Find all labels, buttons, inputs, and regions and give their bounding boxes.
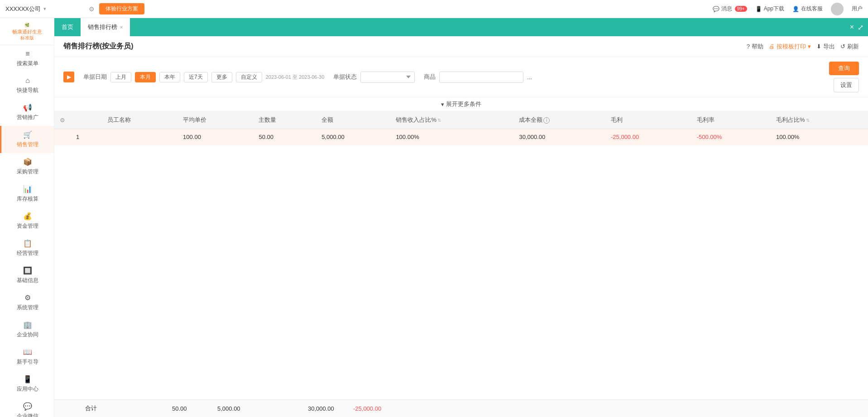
goods-more-button[interactable]: ... [527,74,532,81]
sidebar-item-quicknav-label: 快捷导航 [17,86,38,94]
avatar[interactable] [831,3,844,15]
tab-bar-right: × ⤢ [850,23,868,32]
help-button[interactable]: ? 帮助 [747,43,763,51]
sidebar-item-finance[interactable]: 💰 资金管理 [0,207,54,235]
top-bar: XXXXXX公司 ▾ ⚙ 体验行业方案 💬 消息 99+ 📱 App下载 👤 在… [0,0,868,18]
goods-filter-label: 商品 [424,73,436,81]
column-gross-profit-pct[interactable]: 毛利占比%⇅ [771,111,868,129]
sidebar-item-search[interactable]: ≡ 搜索菜单 [0,45,54,72]
column-settings[interactable]: ⚙ [54,111,71,129]
tab-close-all-icon[interactable]: × [850,23,854,31]
sidebar-item-search-label: 搜索菜单 [17,60,38,67]
help-label: 帮助 [752,43,763,51]
settings-gear-icon[interactable]: ⚙ [89,5,95,13]
finance-icon: 💰 [23,212,32,220]
column-avg-price: 平均单价 [177,111,253,129]
guide-icon: 📖 [23,348,32,356]
status-filter-group: 单据状态 [333,72,415,83]
company-chevron: ▾ [43,6,46,12]
data-table-container: ⚙ 员工名称 平均单价 主数量 全额 销售收入占比%⇅ 成本全额i 毛利 毛利率… [54,111,868,399]
enterprise-icon: 🏢 [23,321,32,329]
row-staff-name-cell [102,129,177,145]
export-button[interactable]: ⬇ 导出 [816,43,835,51]
system-icon: ⚙ [24,293,31,302]
date-filter-group: 单据日期 上月 本月 本年 近7天 更多 自定义 2023-06-01 至 20… [83,72,324,82]
row-gross-profit-cell: -25,000.00 [605,129,691,145]
message-badge: 99+ [735,6,747,12]
print-chevron-icon: ▾ [808,43,811,50]
column-staff-name: 员工名称 [102,111,177,129]
page-header: 销售排行榜(按业务员) ? 帮助 🖨 按模板打印 ▾ ⬇ 导出 [54,36,868,57]
company-selector[interactable]: XXXXXX公司 ▾ [5,5,87,13]
date-option-this-month[interactable]: 本月 [135,72,156,82]
sidebar-item-basic-info[interactable]: 🔲 基础信息 [0,262,54,289]
tab-sales-ranking[interactable]: 销售排行榜 × [81,18,130,36]
search-button[interactable]: 查询 [829,62,859,75]
app-download-button[interactable]: 📱 App下载 [755,5,784,13]
status-filter-select[interactable] [360,72,415,83]
app-download-label: App下载 [764,5,784,13]
inventory-icon: 📊 [23,185,32,193]
footer-amount: 5,000.00 [212,405,257,412]
sidebar: 🌿 畅康通好生意 标准版 ≡ 搜索菜单 ⌂ 快捷导航 📢 营销推广 🛒 销售管理… [0,18,54,417]
date-option-last-month[interactable]: 上月 [110,72,131,82]
sidebar-item-basic-info-label: 基础信息 [17,277,38,284]
tab-sales-ranking-label: 销售排行榜 [88,23,117,31]
app-download-icon: 📱 [755,6,762,12]
sort-icon-gross-pct: ⇅ [806,118,810,123]
footer-cost-amount: 30,000.00 [302,405,348,412]
column-sales-pct[interactable]: 销售收入占比%⇅ [390,111,513,129]
sidebar-item-quicknav[interactable]: ⌂ 快捷导航 [0,72,54,99]
sidebar-item-app-center[interactable]: 📱 应用中心 [0,370,54,398]
sidebar-item-app-center-label: 应用中心 [17,385,38,393]
date-option-this-year[interactable]: 本年 [159,72,180,82]
row-avg-price-cell: 100.00 [177,129,253,145]
export-icon: ⬇ [816,43,821,50]
sidebar-item-wechat[interactable]: 💬 企业微信 [0,398,54,417]
refresh-button[interactable]: ↺ 刷新 [840,43,859,51]
filter-settings-button[interactable]: 设置 [834,78,859,92]
sales-icon: 🛒 [23,130,32,139]
page-title: 销售排行榜(按业务员) [63,42,134,57]
online-service-button[interactable]: 👤 在线客服 [792,5,823,13]
home-icon: ⌂ [25,77,30,85]
row-rank-cell: 1 [71,129,102,145]
chevron-down-icon: ▾ [441,101,444,108]
search-menu-icon: ≡ [25,50,29,58]
footer-total-label: 合计 [85,404,121,412]
tab-home[interactable]: 首页 [54,18,81,36]
info-icon-cost[interactable]: i [543,117,550,124]
logo-icon: 🌿 [20,22,34,29]
column-amount: 全额 [316,111,390,129]
content-area: 首页 销售排行榜 × × ⤢ 销售排行榜(按业务员) ? 帮助 [54,18,868,417]
sidebar-item-operations-label: 经营管理 [17,249,38,257]
expand-more-conditions-button[interactable]: ▾ 展开更多条件 [441,100,481,108]
sidebar-item-sales[interactable]: 🛒 销售管理 [0,126,54,153]
goods-filter-group: 商品 ... [424,72,532,83]
template-print-button[interactable]: 🖨 按模板打印 ▾ [769,43,811,51]
tab-fullscreen-icon[interactable]: ⤢ [858,23,863,32]
sidebar-item-inventory[interactable]: 📊 库存核算 [0,180,54,207]
date-option-more[interactable]: 更多 [211,72,232,82]
sidebar-item-purchase[interactable]: 📦 采购管理 [0,153,54,180]
sidebar-item-operations[interactable]: 📋 经营管理 [0,235,54,262]
date-option-last-7days[interactable]: 近7天 [184,72,208,82]
filter-expand-arrow[interactable]: ▶ [63,72,74,82]
tab-close-icon[interactable]: × [120,24,123,30]
sidebar-item-sales-label: 销售管理 [17,141,38,149]
sidebar-item-enterprise[interactable]: 🏢 企业协同 [0,316,54,343]
app-center-icon: 📱 [23,375,32,383]
help-icon: ? [747,43,750,50]
column-main-qty: 主数量 [253,111,316,129]
operations-icon: 📋 [23,239,32,248]
trial-button[interactable]: 体验行业方案 [99,3,144,14]
message-button[interactable]: 💬 消息 99+ [713,5,747,13]
logo-text-line2: 标准版 [20,35,34,41]
sidebar-logo: 🌿 畅康通好生意 标准版 [0,18,54,45]
svg-text:🌿: 🌿 [25,23,29,27]
sidebar-item-marketing[interactable]: 📢 营销推广 [0,99,54,126]
sidebar-item-system[interactable]: ⚙ 系统管理 [0,289,54,316]
goods-filter-input[interactable] [439,72,523,83]
date-option-custom[interactable]: 自定义 [236,72,262,82]
sidebar-item-guide[interactable]: 📖 新手引导 [0,343,54,370]
